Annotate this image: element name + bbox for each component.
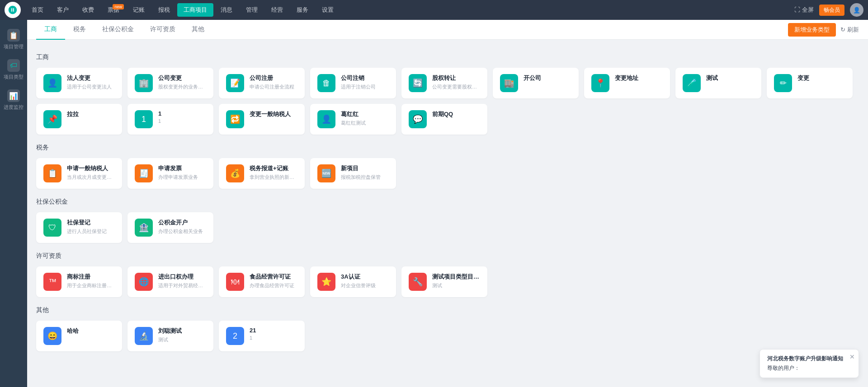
card-info: 哈哈 xyxy=(67,327,115,336)
card-name: 变更 xyxy=(797,74,845,82)
notification-close-button[interactable]: ✕ xyxy=(849,353,855,360)
card-name: 税务报道+记账 xyxy=(250,164,297,173)
card-icon: ™ xyxy=(43,273,61,291)
top-navigation: 首页客户收费票据new记账报税工商项目消息管理经营服务设置 ⛶ 全屏 畅会员 👤 xyxy=(0,0,868,20)
card-info: 公积金开户办理公积金相关业务 xyxy=(158,219,206,235)
nav-item-首页[interactable]: 首页 xyxy=(25,3,50,17)
card-name: 新项目 xyxy=(341,164,389,173)
sub-tab-bar: 工商 税务 社保公积金 许可资质 其他 新增业务类型 ↻ 刷新 xyxy=(27,20,868,40)
xuke-section: 许可资质 ™商标注册用于企业商标注册服务🌐进出口权办理适用于对外贸易经营者🍽食品… xyxy=(36,252,859,297)
card-icon: 1 xyxy=(135,110,153,128)
card-进出口权办理[interactable]: 🌐进出口权办理适用于对外贸易经营者 xyxy=(127,266,213,297)
card-icon: 📋 xyxy=(43,164,61,182)
tab-gongshang[interactable]: 工商 xyxy=(36,20,65,40)
card-info: 测试 xyxy=(706,74,754,84)
fullscreen-button[interactable]: ⛶ 全屏 xyxy=(794,6,814,14)
card-开公司[interactable]: 🏬开公司 xyxy=(493,68,579,98)
card-葛红红[interactable]: 👤葛红红葛红红测试 xyxy=(310,104,396,135)
card-前期QQ[interactable]: 💬前期QQ xyxy=(401,104,487,135)
card-info: 公司注册申请公司注册全流程 xyxy=(250,74,297,90)
tab-qita[interactable]: 其他 xyxy=(184,20,212,40)
card-申请一般纳税人[interactable]: 📋申请一般纳税人当月或次月成变更完成 xyxy=(36,158,122,189)
card-desc: 适用于注销公司 xyxy=(341,84,389,90)
tab-shebao[interactable]: 社保公积金 xyxy=(94,20,142,40)
tab-shuiwu[interactable]: 税务 xyxy=(65,20,94,40)
qita-section: 其他 😄哈哈🔬刘聪测试测试2211 xyxy=(36,306,859,351)
card-新项目[interactable]: 🆕新项目报税加税控盘保管 xyxy=(310,158,396,189)
card-icon: 🔄 xyxy=(409,74,427,92)
card-icon: 🧾 xyxy=(135,164,153,182)
card-申请发票[interactable]: 🧾申请发票办理申请发票业务 xyxy=(127,158,213,189)
nav-item-客户[interactable]: 客户 xyxy=(51,3,75,17)
refresh-button[interactable]: ↻ 刷新 xyxy=(840,26,859,34)
card-icon: 📝 xyxy=(226,74,244,92)
card-公积金开户[interactable]: 🏦公积金开户办理公积金相关业务 xyxy=(127,212,213,243)
nav-item-经营[interactable]: 经营 xyxy=(265,3,289,17)
nav-item-票据[interactable]: 票据new xyxy=(101,3,126,17)
card-name: 公司注销 xyxy=(341,74,389,82)
card-info: 变更 xyxy=(797,74,845,84)
card-desc: 适用于公司变更法人 xyxy=(67,84,115,90)
card-哈哈[interactable]: 😄哈哈 xyxy=(36,321,122,351)
card-测试[interactable]: 🧪测试 xyxy=(675,68,761,98)
card-3A认证[interactable]: ⭐3A认证对企业信誉评级 xyxy=(310,266,396,297)
card-name: 3A认证 xyxy=(341,273,389,281)
card-刘聪测试[interactable]: 🔬刘聪测试测试 xyxy=(127,321,213,351)
card-测试项目类型目定义[interactable]: 🔧测试项目类型目定义测试 xyxy=(401,266,487,297)
card-desc: 1 xyxy=(158,118,206,124)
card-info: 11 xyxy=(158,110,206,124)
card-name: 股权转让 xyxy=(432,74,480,82)
tab-xuke[interactable]: 许可资质 xyxy=(142,20,184,40)
member-button[interactable]: 畅会员 xyxy=(819,5,844,16)
card-icon: 🌐 xyxy=(135,273,153,291)
card-变更[interactable]: ✏变更 xyxy=(767,68,853,98)
nav-item-工商项目[interactable]: 工商项目 xyxy=(177,3,213,17)
card-name: 公司注册 xyxy=(250,74,297,82)
sidebar-item-progress-monitor[interactable]: 📊 进度监控 xyxy=(0,85,27,115)
nav-item-记账[interactable]: 记账 xyxy=(127,3,151,17)
card-info: 法人变更适用于公司变更法人 xyxy=(67,74,115,90)
card-公司注册[interactable]: 📝公司注册申请公司注册全流程 xyxy=(219,68,305,98)
card-变更一般纳税人[interactable]: 🔁变更一般纳税人 xyxy=(219,104,305,135)
shebao-cards: 🛡社保登记进行人员社保登记🏦公积金开户办理公积金相关业务 xyxy=(36,212,859,243)
nav-item-管理[interactable]: 管理 xyxy=(240,3,264,17)
card-公司注销[interactable]: 🗑公司注销适用于注销公司 xyxy=(310,68,396,98)
card-法人变更[interactable]: 👤法人变更适用于公司变更法人 xyxy=(36,68,122,98)
card-社保登记[interactable]: 🛡社保登记进行人员社保登记 xyxy=(36,212,122,243)
card-desc: 进行人员社保登记 xyxy=(67,228,115,235)
card-变更地址[interactable]: 📍变更地址 xyxy=(584,68,670,98)
card-info: 葛红红葛红红测试 xyxy=(341,110,389,126)
nav-item-服务[interactable]: 服务 xyxy=(290,3,315,17)
card-公司变更[interactable]: 🏢公司变更股权变更外的业务变更 xyxy=(127,68,213,98)
user-avatar[interactable]: 👤 xyxy=(850,3,863,17)
card-拉拉[interactable]: 📌拉拉 xyxy=(36,104,122,135)
card-icon: 🔬 xyxy=(135,327,153,345)
card-食品经营许可证[interactable]: 🍽食品经营许可证办理食品经营许可证 xyxy=(219,266,305,297)
card-21[interactable]: 2211 xyxy=(219,321,305,351)
card-股权转让[interactable]: 🔄股权转让公司变更需要股权转让 xyxy=(401,68,487,98)
sidebar-item-project-management[interactable]: 📋 项目管理 xyxy=(0,24,27,55)
card-icon: ⭐ xyxy=(317,273,335,291)
sidebar-item-project-type[interactable]: 🏷 项目类型 xyxy=(0,55,27,85)
card-info: 社保登记进行人员社保登记 xyxy=(67,219,115,235)
card-name: 法人变更 xyxy=(67,74,115,82)
card-商标注册[interactable]: ™商标注册用于企业商标注册服务 xyxy=(36,266,122,297)
nav-item-消息[interactable]: 消息 xyxy=(214,3,239,17)
nav-item-报税[interactable]: 报税 xyxy=(152,3,176,17)
card-name: 公司变更 xyxy=(158,74,206,82)
sidebar-item-label: 项目管理 xyxy=(4,43,24,50)
card-info: 开公司 xyxy=(524,74,571,84)
nav-item-设置[interactable]: 设置 xyxy=(316,3,340,17)
main-content: 工商 税务 社保公积金 许可资质 其他 新增业务类型 ↻ 刷新 工商 👤法人变更… xyxy=(27,20,868,387)
card-name: 社保登记 xyxy=(67,219,115,227)
card-name: 变更地址 xyxy=(615,74,663,82)
nav-item-收费[interactable]: 收费 xyxy=(76,3,100,17)
card-name: 申请一般纳税人 xyxy=(67,164,115,173)
card-税务报道+记账[interactable]: 💰税务报道+记账拿到营业执照的新公司 xyxy=(219,158,305,189)
add-business-type-button[interactable]: 新增业务类型 xyxy=(788,23,836,37)
card-desc: 用于企业商标注册服务 xyxy=(67,282,115,289)
card-1[interactable]: 111 xyxy=(127,104,213,135)
card-icon: 😄 xyxy=(43,327,61,345)
project-management-icon: 📋 xyxy=(7,29,20,42)
card-info: 测试项目类型目定义测试 xyxy=(432,273,480,289)
